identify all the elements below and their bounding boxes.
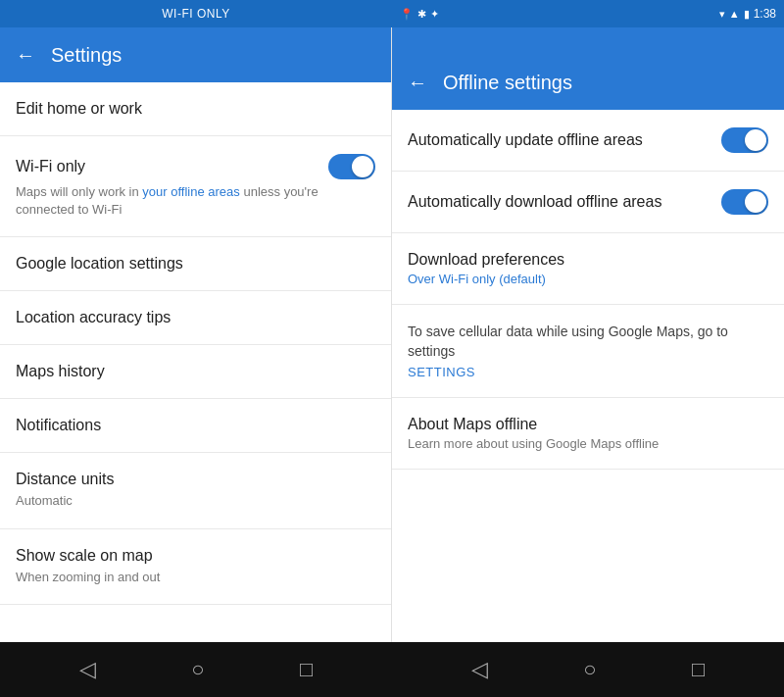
offline-item-download-prefs[interactable]: Download preferences Over Wi-Fi only (de… xyxy=(392,233,784,305)
settings-item-notifications[interactable]: Notifications xyxy=(0,399,391,453)
show-scale-subtitle: When zooming in and out xyxy=(16,569,375,586)
settings-item-distance-units[interactable]: Distance units Automatic xyxy=(0,453,391,528)
wifi-icon: ▾ xyxy=(719,8,725,21)
wifi-only-toggle[interactable] xyxy=(328,154,375,179)
auto-update-title: Automatically update offline areas xyxy=(408,131,721,149)
wifi-desc-link[interactable]: your offline areas xyxy=(142,184,240,199)
bottom-navigation: ◁ ○ □ ◁ ○ □ xyxy=(0,642,784,697)
offline-back-button[interactable]: ← xyxy=(408,72,427,94)
left-home-nav-button[interactable]: ○ xyxy=(191,657,204,682)
right-bottom-nav: ◁ ○ □ xyxy=(392,642,784,697)
location-icon: 📍 xyxy=(400,8,414,21)
left-back-nav-button[interactable]: ◁ xyxy=(79,657,96,682)
right-status-icons-left: 📍 ✱ ✦ xyxy=(400,8,439,21)
settings-item-edit-home-work[interactable]: Edit home or work xyxy=(0,82,391,136)
settings-item-maps-history[interactable]: Maps history xyxy=(0,345,391,399)
settings-back-button[interactable]: ← xyxy=(16,44,35,67)
edit-home-work-title: Edit home or work xyxy=(16,100,375,118)
wifi-only-description: Maps will only work in your offline area… xyxy=(16,183,375,219)
about-offline-desc: Learn more about using Google Maps offli… xyxy=(408,436,768,451)
auto-update-toggle[interactable] xyxy=(721,127,768,153)
settings-item-location-accuracy[interactable]: Location accuracy tips xyxy=(0,291,391,345)
distance-units-title: Distance units xyxy=(16,471,375,488)
left-recents-nav-button[interactable]: □ xyxy=(300,657,313,682)
cast-icon: ✦ xyxy=(430,8,439,21)
offline-settings-title: Offline settings xyxy=(443,72,572,94)
settings-list: Edit home or work Wi-Fi only Maps will o… xyxy=(0,82,391,642)
distance-units-subtitle: Automatic xyxy=(16,492,375,510)
offline-item-auto-update[interactable]: Automatically update offline areas xyxy=(392,110,784,172)
settings-title: Settings xyxy=(51,44,122,67)
maps-history-title: Maps history xyxy=(16,363,375,380)
time-display-right: 1:38 xyxy=(754,7,776,21)
right-recents-nav-button[interactable]: □ xyxy=(692,657,705,682)
right-back-nav-button[interactable]: ◁ xyxy=(471,657,488,682)
google-location-title: Google location settings xyxy=(16,255,375,273)
settings-item-wifi-only[interactable]: Wi-Fi only Maps will only work in your o… xyxy=(0,136,391,237)
wifi-only-label: WI-FI ONLY xyxy=(162,7,229,21)
auto-download-title: Automatically download offline areas xyxy=(408,193,721,211)
right-home-nav-button[interactable]: ○ xyxy=(583,657,596,682)
right-status-icons-right: ▾ ▲ ▮ 1:38 xyxy=(719,7,776,21)
location-accuracy-title: Location accuracy tips xyxy=(16,309,375,326)
wifi-desc-plain: Maps will only work in xyxy=(16,184,142,199)
left-bottom-nav: ◁ ○ □ xyxy=(0,642,392,697)
offline-item-cellular-data[interactable]: To save cellular data while using Google… xyxy=(392,305,784,398)
settings-item-google-location[interactable]: Google location settings xyxy=(0,237,391,291)
about-offline-title: About Maps offline xyxy=(408,416,768,433)
offline-settings-list: Automatically update offline areas Autom… xyxy=(392,110,784,642)
auto-download-toggle[interactable] xyxy=(721,189,768,215)
offline-item-auto-download[interactable]: Automatically download offline areas xyxy=(392,172,784,233)
show-scale-title: Show scale on map xyxy=(16,547,375,565)
bluetooth-icon: ✱ xyxy=(417,8,426,21)
offline-item-about[interactable]: About Maps offline Learn more about usin… xyxy=(392,398,784,470)
download-prefs-title: Download preferences xyxy=(408,251,768,269)
battery-icon: ▮ xyxy=(744,8,750,21)
wifi-only-title: Wi-Fi only xyxy=(16,158,85,175)
settings-item-show-scale[interactable]: Show scale on map When zooming in and ou… xyxy=(0,529,391,605)
notifications-title: Notifications xyxy=(16,417,375,434)
cellular-data-body: To save cellular data while using Google… xyxy=(408,323,768,361)
download-prefs-subtitle: Over Wi-Fi only (default) xyxy=(408,272,768,286)
cellular-data-link[interactable]: SETTINGS xyxy=(408,365,768,379)
signal-icon: ▲ xyxy=(729,8,740,20)
